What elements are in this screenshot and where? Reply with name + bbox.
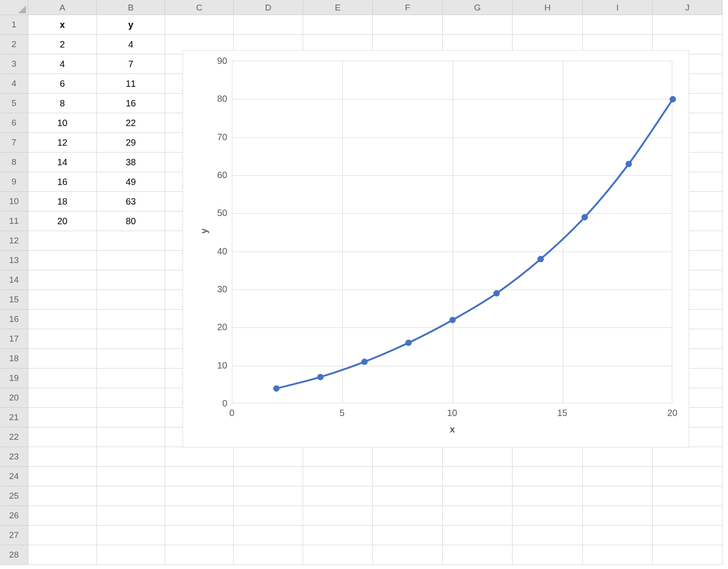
cell-A27[interactable] [28,526,97,545]
cell-C25[interactable] [165,486,234,506]
cell-F1[interactable] [373,15,443,35]
cell-A5[interactable]: 8 [28,94,97,113]
cell-A19[interactable] [28,369,97,388]
cell-B4[interactable]: 11 [97,74,165,94]
cell-E26[interactable] [303,506,373,526]
row-header-13[interactable]: 13 [0,251,28,270]
cell-E1[interactable] [303,15,373,35]
cell-F26[interactable] [373,506,443,526]
cell-D23[interactable] [234,447,303,467]
cell-B5[interactable]: 16 [97,94,165,113]
cell-F28[interactable] [373,545,443,565]
cell-A28[interactable] [28,545,97,565]
cell-B2[interactable]: 4 [97,35,165,54]
cell-I25[interactable] [583,486,653,506]
cell-H25[interactable] [513,486,583,506]
cell-J25[interactable] [653,486,723,506]
cell-B24[interactable] [97,467,165,486]
row-header-23[interactable]: 23 [0,447,28,467]
cell-B10[interactable]: 63 [97,192,165,211]
cell-H27[interactable] [513,526,583,545]
cell-G26[interactable] [443,506,513,526]
cell-J1[interactable] [653,15,723,35]
row-header-28[interactable]: 28 [0,545,28,565]
cell-I23[interactable] [583,447,653,467]
cell-A25[interactable] [28,486,97,506]
cell-B22[interactable] [97,427,165,447]
row-header-2[interactable]: 2 [0,35,28,54]
row-header-24[interactable]: 24 [0,467,28,486]
cell-A9[interactable]: 16 [28,172,97,192]
cell-A26[interactable] [28,506,97,526]
cell-A2[interactable]: 2 [28,35,97,54]
cell-A11[interactable]: 20 [28,211,97,231]
cell-D25[interactable] [234,486,303,506]
row-header-19[interactable]: 19 [0,369,28,388]
cell-B13[interactable] [97,251,165,270]
cell-D28[interactable] [234,545,303,565]
cell-A4[interactable]: 6 [28,74,97,94]
cell-B12[interactable] [97,231,165,251]
cell-J27[interactable] [653,526,723,545]
cell-B25[interactable] [97,486,165,506]
cell-C28[interactable] [165,545,234,565]
cell-H26[interactable] [513,506,583,526]
cell-A23[interactable] [28,447,97,467]
cell-B20[interactable] [97,388,165,408]
cell-B15[interactable] [97,290,165,310]
column-header-J[interactable]: J [653,0,723,15]
cell-I28[interactable] [583,545,653,565]
column-header-H[interactable]: H [513,0,583,15]
row-header-26[interactable]: 26 [0,506,28,526]
row-header-17[interactable]: 17 [0,329,28,349]
cell-H24[interactable] [513,467,583,486]
cell-B8[interactable]: 38 [97,153,165,172]
cell-B11[interactable]: 80 [97,211,165,231]
cell-I24[interactable] [583,467,653,486]
cell-A6[interactable]: 10 [28,113,97,133]
cell-A10[interactable]: 18 [28,192,97,211]
cell-H28[interactable] [513,545,583,565]
cell-G23[interactable] [443,447,513,467]
row-header-7[interactable]: 7 [0,133,28,153]
cell-I27[interactable] [583,526,653,545]
cell-A3[interactable]: 4 [28,54,97,74]
cell-I26[interactable] [583,506,653,526]
row-header-16[interactable]: 16 [0,310,28,329]
row-header-12[interactable]: 12 [0,231,28,251]
row-header-3[interactable]: 3 [0,54,28,74]
cell-A15[interactable] [28,290,97,310]
cell-A18[interactable] [28,349,97,369]
cell-A1[interactable]: x [28,15,97,35]
cell-B6[interactable]: 22 [97,113,165,133]
cell-B21[interactable] [97,408,165,427]
cell-I1[interactable] [583,15,653,35]
cell-A13[interactable] [28,251,97,270]
row-header-9[interactable]: 9 [0,172,28,192]
cell-C26[interactable] [165,506,234,526]
cell-C24[interactable] [165,467,234,486]
row-header-25[interactable]: 25 [0,486,28,506]
row-header-1[interactable]: 1 [0,15,28,35]
cell-G24[interactable] [443,467,513,486]
cell-B3[interactable]: 7 [97,54,165,74]
cell-D1[interactable] [234,15,303,35]
cell-B9[interactable]: 49 [97,172,165,192]
cell-A16[interactable] [28,310,97,329]
cell-B17[interactable] [97,329,165,349]
cell-B7[interactable]: 29 [97,133,165,153]
cell-A8[interactable]: 14 [28,153,97,172]
row-header-10[interactable]: 10 [0,192,28,211]
cell-B27[interactable] [97,526,165,545]
cell-A22[interactable] [28,427,97,447]
row-header-14[interactable]: 14 [0,270,28,290]
cell-J28[interactable] [653,545,723,565]
cell-J23[interactable] [653,447,723,467]
chart[interactable]: y 05101520 0102030405060708090 x [183,50,689,448]
row-header-18[interactable]: 18 [0,349,28,369]
cell-B23[interactable] [97,447,165,467]
column-header-A[interactable]: A [28,0,97,15]
cell-A7[interactable]: 12 [28,133,97,153]
cell-D27[interactable] [234,526,303,545]
row-header-27[interactable]: 27 [0,526,28,545]
